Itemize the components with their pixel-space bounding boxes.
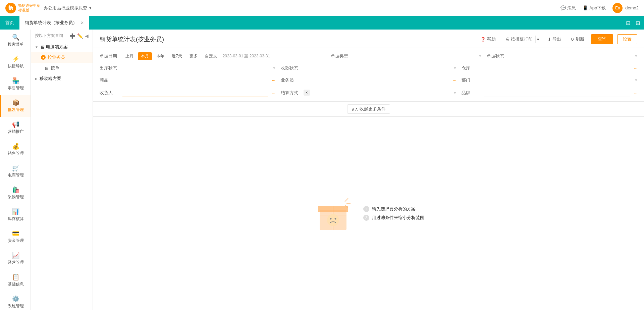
filter-receiver-input[interactable]	[122, 89, 268, 97]
filter-product-field: 商品 ···	[100, 76, 275, 84]
filter-payment-status-label: 收款状态	[281, 65, 301, 71]
filter-salesperson-input[interactable]	[304, 76, 449, 84]
sidebar-item-search[interactable]: 🔍 搜索菜单	[0, 30, 31, 51]
export-label: 导出	[552, 36, 561, 42]
lp-section-mobile-header[interactable]: ▶ 移动端方案	[31, 73, 93, 84]
sidebar-item-finance[interactable]: 💳 资金管理	[0, 226, 31, 248]
lp-section-desktop-icon: 🖥	[40, 45, 45, 50]
marketing-icon: 📢	[12, 121, 19, 128]
lp-item-by-salesperson-label: 按业务员	[48, 54, 65, 60]
filter-product-label: 商品	[100, 77, 120, 83]
export-icon: ⬇	[547, 37, 551, 42]
filter-out-status-select[interactable]: ▾	[122, 64, 275, 72]
settings-button[interactable]: 设置	[617, 34, 637, 44]
breadcrumb-arrow[interactable]: ▾	[89, 5, 92, 10]
filter-department-select[interactable]: ▾	[484, 76, 637, 84]
empty-icon-area	[313, 193, 353, 234]
tab-bar: 首页 销货单统计表（按业务员） ✕ ⊟ ⊞	[0, 16, 644, 30]
filter-warehouse-input[interactable]	[484, 64, 630, 72]
sidebar-item-retail[interactable]: 🏪 零售管理	[0, 73, 31, 95]
user-area[interactable]: Ea demo2	[612, 3, 639, 13]
left-panel-header: 按以下方案查询 ➕ ✏️ ◀	[31, 30, 93, 41]
tab-home[interactable]: 首页	[0, 16, 19, 30]
left-panel-add-button[interactable]: ➕	[69, 33, 75, 39]
sidebar-item-retail-label: 零售管理	[8, 85, 24, 91]
filter-doc-type-label: 单据类型	[331, 53, 351, 59]
sidebar-item-purchase[interactable]: 🛍️ 采购管理	[0, 182, 31, 204]
tab-minimize-icon[interactable]: ⊟	[625, 18, 632, 28]
left-panel-edit-button[interactable]: ✏️	[77, 33, 83, 39]
date-last-month[interactable]: 上月	[122, 52, 137, 60]
empty-hint-1: 1 请先选择要分析的方案	[363, 206, 424, 212]
sidebar-item-basic-label: 基础信息	[8, 281, 24, 287]
lp-item-by-salesperson[interactable]: ● 按业务员	[31, 52, 93, 63]
date-this-month[interactable]: 本月	[138, 52, 152, 60]
hint-num-2: 2	[363, 215, 369, 221]
lp-section-desktop: ▼ 🖥 电脑端方案 ● 按业务员 ⊞ 按单	[31, 42, 93, 73]
print-button[interactable]: 🖨 按模板打印 ▾	[502, 35, 541, 44]
left-panel: 按以下方案查询 ➕ ✏️ ◀ ▼ 🖥 电脑端方案 ●	[31, 30, 93, 310]
tab-close-icon[interactable]: ✕	[80, 20, 84, 25]
collapse-button[interactable]: ∧∧ 收起更多条件	[347, 104, 390, 114]
filter-row-2: 出库状态 ▾ 收款状态 ▾ 仓库	[100, 64, 637, 72]
filter-date-label: 单据日期	[100, 53, 120, 59]
sidebar: 🔍 搜索菜单 ⚡ 快捷导航 🏪 零售管理 📦 批发管理 📢 营销推广 💰 销售管…	[0, 30, 31, 310]
print-arrow-icon[interactable]: ▾	[535, 36, 541, 43]
message-button[interactable]: 💬 消息	[560, 5, 576, 11]
sidebar-item-basic[interactable]: 📋 基础信息	[0, 269, 31, 291]
filter-settlement-select[interactable]: × ▾	[304, 88, 457, 97]
hint-num-1: 1	[363, 206, 369, 212]
query-button[interactable]: 查询	[591, 34, 613, 44]
filter-doc-type-select[interactable]: ▾	[354, 52, 481, 60]
date-this-year[interactable]: 本年	[153, 52, 167, 60]
filter-product-more[interactable]: ···	[272, 78, 275, 83]
lp-section-desktop-header[interactable]: ▼ 🖥 电脑端方案	[31, 42, 93, 52]
lp-item-by-order[interactable]: ⊞ 按单	[31, 63, 93, 73]
tab-sales-stat[interactable]: 销货单统计表（按业务员） ✕	[19, 16, 89, 30]
refresh-button[interactable]: ↻ 刷新	[568, 35, 587, 44]
date-more[interactable]: 更多	[186, 52, 201, 60]
filter-salesperson-more[interactable]: ···	[453, 78, 456, 83]
filter-product-input[interactable]	[122, 76, 268, 84]
filter-receiver-more[interactable]: ···	[272, 91, 275, 95]
empty-hint-2-text: 用过滤条件来缩小分析范围	[372, 215, 424, 221]
user-name: demo2	[625, 5, 639, 10]
inventory-icon: 📊	[12, 208, 19, 215]
filter-settlement-field: 结算方式 × ▾	[281, 88, 457, 97]
date-custom[interactable]: 自定义	[202, 52, 220, 60]
top-header: 畅 畅捷通好生意 标准版 办公用品行业模拟账套 ▾ 💬 消息 📱 App下载 E…	[0, 0, 644, 16]
lp-item-by-order-label: 按单	[51, 65, 59, 71]
sidebar-item-operation[interactable]: 📈 经营管理	[0, 248, 31, 269]
filter-brand-label: 品牌	[462, 90, 482, 96]
date-last-7-days[interactable]: 近7天	[169, 52, 185, 60]
filter-brand-more[interactable]: ···	[634, 91, 637, 95]
breadcrumb-area[interactable]: 办公用品行业模拟账套 ▾	[44, 5, 92, 11]
sidebar-item-wholesale[interactable]: 📦 批发管理	[0, 95, 31, 117]
sidebar-item-system[interactable]: ⚙️ 系统管理	[0, 291, 31, 310]
settlement-tag-value: ×	[306, 90, 308, 95]
sidebar-item-quick-nav[interactable]: ⚡ 快捷导航	[0, 51, 31, 73]
filter-payment-status-select[interactable]: ▾	[304, 64, 457, 72]
filter-doc-status-arrow: ▾	[635, 53, 637, 58]
lp-section-mobile: ▶ 移动端方案	[31, 73, 93, 84]
sidebar-item-inventory[interactable]: 📊 库存核算	[0, 204, 31, 226]
filter-receiver-field: 收货人 ···	[100, 89, 275, 97]
empty-state-content: 1 请先选择要分析的方案 2 用过滤条件来缩小分析范围	[313, 193, 424, 234]
header-left: 畅 畅捷通好生意 标准版 办公用品行业模拟账套 ▾	[5, 3, 92, 13]
filter-brand-input[interactable]	[484, 89, 630, 97]
sidebar-item-ecommerce[interactable]: 🛒 电商管理	[0, 160, 31, 182]
ecommerce-icon: 🛒	[12, 164, 19, 172]
help-button[interactable]: ❓ 帮助	[478, 35, 498, 44]
tab-maximize-icon[interactable]: ⊞	[634, 18, 641, 28]
filter-warehouse-more[interactable]: ···	[634, 66, 637, 70]
sidebar-item-system-label: 系统管理	[8, 303, 24, 309]
help-label: 帮助	[487, 36, 496, 42]
lp-section-mobile-label: 移动端方案	[40, 75, 61, 82]
sidebar-item-marketing[interactable]: 📢 营销推广	[0, 117, 31, 139]
app-download-button[interactable]: 📱 App下载	[583, 5, 606, 11]
operation-icon: 📈	[12, 252, 19, 259]
sidebar-item-sales[interactable]: 💰 销售管理	[0, 139, 31, 160]
filter-doc-status-select[interactable]: ▾	[509, 52, 637, 60]
left-panel-collapse-button[interactable]: ◀	[85, 33, 89, 39]
export-button[interactable]: ⬇ 导出	[545, 35, 564, 44]
